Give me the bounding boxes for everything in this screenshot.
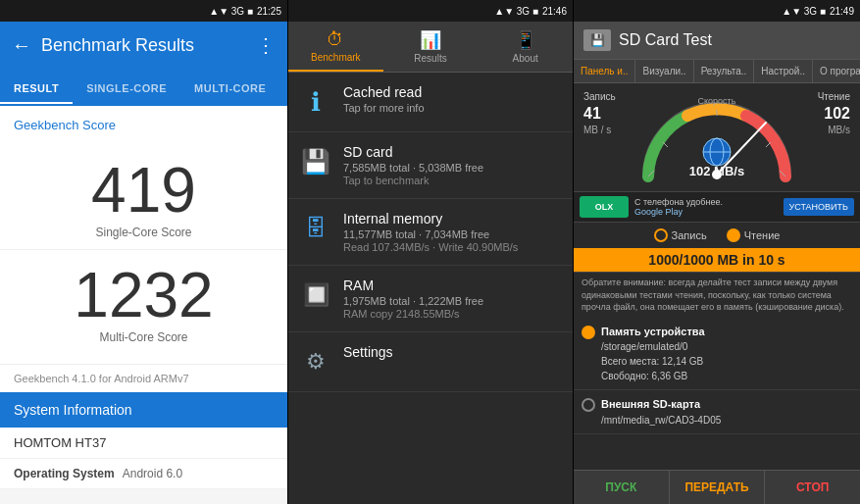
status-bar-p1: ▲▼ 3G ■ 21:25 (0, 0, 287, 22)
note-text: Обратите внимание: всегда делайте тест з… (574, 272, 860, 318)
rw-read[interactable]: Чтение (727, 228, 781, 242)
panel-geekbench: ▲▼ 3G ■ 21:25 ← Benchmark Results ⋮ RESU… (0, 0, 287, 504)
multi-core-block: 1232 Multi-Core Score (0, 254, 287, 354)
storage-external[interactable]: Внешняя SD-карта /mnt/media_rw/CAD3-4D05 (574, 390, 860, 434)
external-storage-title: Внешняя SD-карта (601, 398, 700, 410)
write-value: 41 (583, 105, 601, 123)
multi-core-score: 1232 (74, 264, 213, 327)
storage-list: Память устройства /storage/emulated/0 Вс… (574, 318, 860, 470)
single-core-score: 419 (91, 159, 196, 222)
geekbench-score-title: Geekbench Score (14, 118, 116, 132)
ad-logo: OLX (580, 196, 629, 218)
ram-icon: 🔲 (298, 277, 333, 313)
os-value: Android 6.0 (123, 467, 182, 480)
nav-results[interactable]: 📊 Results (383, 22, 479, 72)
tab-result[interactable]: Результа.. (694, 60, 755, 82)
read-value: 102 (824, 105, 850, 123)
speed-banner: 1000/1000 MB in 10 s (574, 248, 860, 272)
list-item-sd-card[interactable]: 💾 SD card 7,585MB total · 5,038MB free T… (288, 132, 573, 199)
status-bar-p3: ▲▼ 3G ■ 21:49 (574, 0, 860, 22)
list-item-settings[interactable]: ⚙ Settings (288, 332, 573, 392)
sd-card-title: SD card (343, 144, 563, 160)
ad-text: С телефона удобнее. (634, 197, 778, 207)
svg-text:Скорость: Скорость (698, 96, 736, 106)
tab-visual[interactable]: Визуали.. (635, 60, 693, 82)
sd-card-sub: 7,585MB total · 5,038MB free (343, 162, 563, 174)
sd-card-icon: 💾 (298, 144, 333, 179)
rw-write[interactable]: Запись (654, 228, 707, 242)
tab-panel[interactable]: Панель и.. (574, 60, 635, 82)
ram-body: RAM 1,975MB total · 1,222MB free RAM cop… (343, 277, 563, 320)
benchmark-list: ℹ Cached read Tap for more info 💾 SD car… (288, 73, 573, 504)
ad-store: Google Play (634, 207, 778, 217)
svg-line-8 (766, 142, 771, 147)
install-button[interactable]: УСТАНОВИТЬ (784, 198, 855, 216)
internal-memory-title: Internal memory (343, 211, 563, 227)
geekbench-score-section: Geekbench Score (0, 106, 287, 139)
tab-settings[interactable]: Настрой.. (754, 60, 813, 82)
p2-nav: ⏱ Benchmark 📊 Results 📱 About (288, 22, 573, 73)
read-toggle-label: Чтение (744, 229, 781, 241)
tabs-bar: RESULT SINGLE-CORE MULTI-CORE (0, 69, 287, 106)
internal-storage-text: Память устройства /storage/emulated/0 Вс… (601, 324, 705, 384)
internal-memory-sub: 11,577MB total · 7,034MB free (343, 228, 563, 240)
cached-read-body: Cached read Tap for more info (343, 84, 563, 114)
status-time-p1: 21:25 (257, 6, 281, 17)
app-bar-p1: ← Benchmark Results ⋮ (0, 22, 287, 69)
ram-title: RAM (343, 277, 563, 293)
tab-multi-core[interactable]: MULTI-CORE (180, 75, 279, 104)
internal-storage-free: Свободно: 6,36 GB (601, 371, 687, 381)
panel-sdcard: ▲▼ 3G ■ 21:49 💾 SD Card Test Панель и.. … (574, 0, 860, 504)
nav-about-label: About (513, 53, 538, 64)
ad-logo-text: OLX (595, 202, 614, 212)
nav-benchmark[interactable]: ⏱ Benchmark (288, 22, 383, 72)
svg-line-6 (663, 142, 668, 147)
internal-storage-title: Память устройства (601, 326, 705, 337)
read-unit: МВ/s (828, 125, 850, 135)
storage-internal[interactable]: Память устройства /storage/emulated/0 Вс… (574, 318, 860, 391)
cached-read-sub: Tap for more info (343, 102, 563, 114)
external-storage-radio[interactable] (582, 398, 595, 412)
cached-read-title: Cached read (343, 84, 563, 100)
gauge-area: Запись 41 МВ / s (574, 83, 860, 191)
single-core-block: 419 Single-Core Score (0, 149, 287, 250)
tab-result[interactable]: RESULT (0, 75, 73, 104)
internal-storage-total: Всего места: 12,14 GB (601, 356, 703, 367)
sdcard-header: 💾 SD Card Test (574, 22, 860, 60)
sdcard-icon: 💾 (583, 29, 611, 51)
nav-about[interactable]: 📱 About (478, 22, 573, 72)
p2-time: 21:46 (542, 6, 567, 17)
internal-storage-radio[interactable] (582, 326, 595, 339)
multi-core-label: Multi-Core Score (99, 330, 187, 344)
read-label: Чтение (818, 91, 850, 102)
p3-status-info: ▲▼ 3G ■ (782, 6, 826, 17)
rw-toggle: Запись Чтение (574, 222, 860, 248)
write-dot (654, 228, 668, 242)
back-button[interactable]: ← (12, 34, 31, 57)
internal-storage-path: /storage/emulated/0 (601, 341, 687, 352)
ad-banner: OLX С телефона удобнее. Google Play УСТА… (574, 191, 860, 222)
benchmark-icon: ⏱ (327, 29, 344, 50)
p3-tabs: Панель и.. Визуали.. Результа.. Настрой.… (574, 60, 860, 83)
ram-sub: 1,975MB total · 1,222MB free (343, 295, 563, 307)
settings-icon: ⚙ (298, 344, 333, 379)
menu-button[interactable]: ⋮ (256, 33, 276, 57)
list-item-ram[interactable]: 🔲 RAM 1,975MB total · 1,222MB free RAM c… (288, 266, 573, 332)
single-core-label: Single-Core Score (95, 226, 191, 239)
list-item-internal-memory[interactable]: 🗄 Internal memory 11,577MB total · 7,034… (288, 199, 573, 266)
gauge-center-value: 102 MB/s (689, 164, 744, 178)
list-item-cached-read[interactable]: ℹ Cached read Tap for more info (288, 73, 573, 132)
start-button[interactable]: ПУСК (574, 471, 670, 504)
transfer-button[interactable]: ПЕРЕДАТЬ (670, 471, 766, 504)
tab-single-core[interactable]: SINGLE-CORE (73, 75, 180, 104)
internal-memory-body: Internal memory 11,577MB total · 7,034MB… (343, 211, 563, 253)
tab-about[interactable]: О програ.. (813, 60, 860, 82)
os-label: Operating System (14, 467, 115, 480)
nav-benchmark-label: Benchmark (311, 52, 361, 63)
stop-button[interactable]: СТОП (765, 471, 860, 504)
scores-area: 419 Single-Core Score 1232 Multi-Core Sc… (0, 139, 287, 364)
device-name: HOMTOM HT37 (0, 428, 287, 459)
write-toggle-label: Запись (672, 229, 707, 241)
results-icon: 📊 (420, 29, 441, 51)
settings-title: Settings (343, 344, 563, 360)
